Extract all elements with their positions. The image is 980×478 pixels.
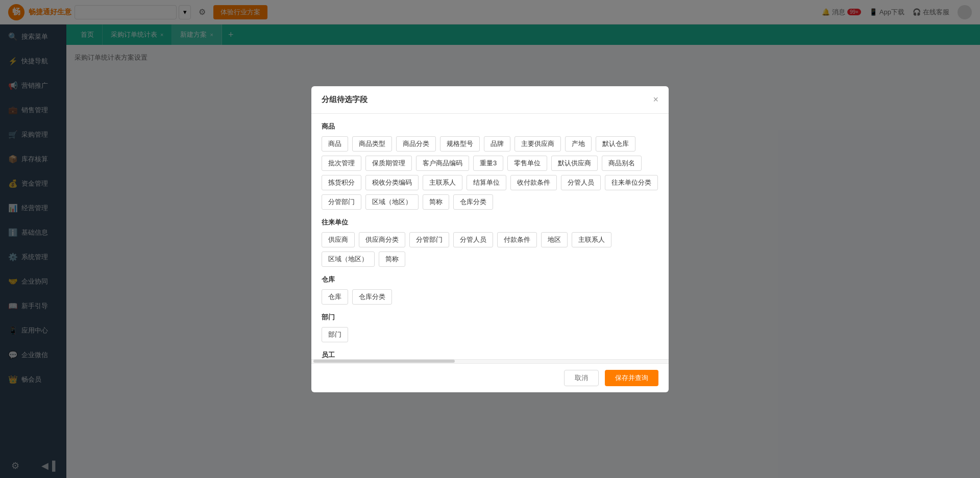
field-tag-contact-category[interactable]: 往来单位分类: [605, 175, 658, 190]
hscroll-thumb: [313, 360, 455, 363]
field-tag-goods-type[interactable]: 商品类型: [352, 136, 392, 152]
modal-hscroll[interactable]: [311, 359, 669, 363]
field-tag-goods-category[interactable]: 商品分类: [396, 136, 436, 152]
section-contact-label: 往来单位: [322, 218, 658, 227]
field-tag-supplier[interactable]: 供应商: [322, 232, 355, 247]
modal-field-select: 分组待选字段 × 商品 商品 商品类型 商品分类 规格型号 品牌 主要供应商 产…: [311, 86, 669, 392]
field-tag-short-name[interactable]: 简称: [423, 194, 449, 210]
modal-title: 分组待选字段: [322, 95, 368, 105]
field-tag-warehouse[interactable]: 仓库: [322, 289, 348, 305]
modal-overlay: 分组待选字段 × 商品 商品 商品类型 商品分类 规格型号 品牌 主要供应商 产…: [0, 0, 980, 478]
field-tag-warehouse-category[interactable]: 仓库分类: [352, 289, 392, 305]
section-employee-label: 员工: [322, 350, 658, 360]
field-tag-payment-terms[interactable]: 收付款条件: [510, 175, 557, 190]
field-tag-default-warehouse[interactable]: 默认仓库: [596, 136, 635, 152]
section-goods: 商品 商品 商品类型 商品分类 规格型号 品牌 主要供应商 产地 默认仓库 批次…: [322, 122, 658, 210]
section-warehouse: 仓库 仓库 仓库分类: [322, 275, 658, 305]
field-tag-weight3[interactable]: 重量3: [473, 156, 503, 171]
field-tag-customer-code[interactable]: 客户商品编码: [416, 156, 469, 171]
field-tag-settle-unit[interactable]: 结算单位: [467, 175, 506, 190]
field-tag-supervisor2[interactable]: 分管人员: [453, 232, 493, 247]
section-warehouse-label: 仓库: [322, 275, 658, 284]
field-tags-goods: 商品 商品类型 商品分类 规格型号 品牌 主要供应商 产地 默认仓库 批次管理 …: [322, 136, 658, 210]
field-tag-department[interactable]: 部门: [322, 327, 348, 342]
field-tag-supervisor[interactable]: 分管人员: [561, 175, 601, 190]
field-tag-main-contact[interactable]: 主联系人: [423, 175, 462, 190]
field-tags-department: 部门: [322, 327, 658, 342]
section-goods-label: 商品: [322, 122, 658, 131]
field-tag-retail-unit[interactable]: 零售单位: [507, 156, 547, 171]
modal-body: 商品 商品 商品类型 商品分类 规格型号 品牌 主要供应商 产地 默认仓库 批次…: [311, 114, 669, 360]
section-department-label: 部门: [322, 313, 658, 322]
field-tag-region2[interactable]: 区域（地区）: [322, 251, 375, 267]
field-tag-goods[interactable]: 商品: [322, 136, 348, 152]
field-tag-short-name2[interactable]: 简称: [379, 251, 405, 267]
field-tag-shelf-life[interactable]: 保质期管理: [365, 156, 412, 171]
field-tag-pick-score[interactable]: 拣货积分: [322, 175, 361, 190]
section-department: 部门 部门: [322, 313, 658, 342]
field-tag-spec[interactable]: 规格型号: [440, 136, 480, 152]
field-tag-tax-code[interactable]: 税收分类编码: [365, 175, 419, 190]
section-employee: 员工 业务员: [322, 350, 658, 360]
modal-footer: 取消 保存并查询: [311, 363, 669, 392]
field-tag-default-supplier[interactable]: 默认供应商: [551, 156, 598, 171]
field-tags-contact: 供应商 供应商分类 分管部门 分管人员 付款条件 地区 主联系人 区域（地区） …: [322, 232, 658, 267]
field-tag-warehouse-cat[interactable]: 仓库分类: [453, 194, 493, 210]
modal-close-btn[interactable]: ×: [653, 94, 658, 105]
field-tag-alias[interactable]: 商品别名: [602, 156, 642, 171]
field-tags-warehouse: 仓库 仓库分类: [322, 289, 658, 305]
cancel-button[interactable]: 取消: [564, 370, 599, 386]
section-contact: 往来单位 供应商 供应商分类 分管部门 分管人员 付款条件 地区 主联系人 区域…: [322, 218, 658, 267]
field-tag-batch-mgmt[interactable]: 批次管理: [322, 156, 361, 171]
field-tag-main-supplier[interactable]: 主要供应商: [514, 136, 561, 152]
field-tag-region[interactable]: 区域（地区）: [365, 194, 419, 210]
field-tag-main-contact2[interactable]: 主联系人: [572, 232, 611, 247]
save-query-button[interactable]: 保存并查询: [605, 370, 658, 386]
field-tag-origin[interactable]: 产地: [565, 136, 592, 152]
field-tag-payment-cond[interactable]: 付款条件: [497, 232, 537, 247]
field-tag-brand[interactable]: 品牌: [484, 136, 510, 152]
field-tag-dept2[interactable]: 分管部门: [409, 232, 449, 247]
field-tag-area[interactable]: 地区: [541, 232, 568, 247]
field-tag-supplier-cat[interactable]: 供应商分类: [359, 232, 405, 247]
field-tag-dept[interactable]: 分管部门: [322, 194, 361, 210]
modal-header: 分组待选字段 ×: [311, 86, 669, 114]
